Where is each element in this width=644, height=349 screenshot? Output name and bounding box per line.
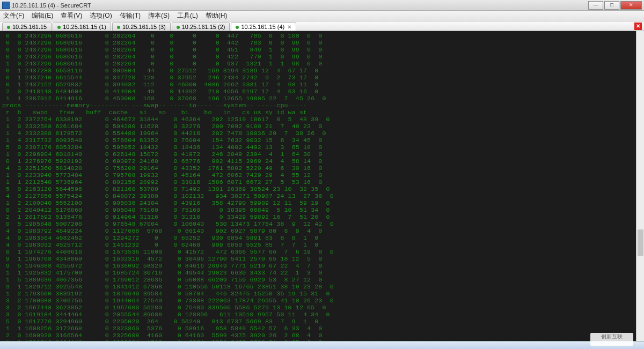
close-all-tabs-icon[interactable]: ✕ <box>634 23 642 30</box>
minimize-button[interactable]: — <box>588 1 603 10</box>
session-tab-1[interactable]: 10.25.161.15 (1) <box>53 23 111 31</box>
tab-label: 10.25.161.15 (1) <box>63 24 106 30</box>
session-tab-2[interactable]: 10.25.161.15 (3) <box>112 23 171 31</box>
tab-label: 10.25.161.15 (2) <box>182 24 225 30</box>
session-tab-0[interactable]: 10.25.161.15 <box>2 23 52 31</box>
menu-transfer[interactable]: 传输(T) <box>120 11 141 20</box>
tab-label: 10.25.161.15 (4) <box>241 24 284 30</box>
scrollbar-thumb[interactable] <box>638 229 643 256</box>
session-tab-4[interactable]: 10.25.161.15 (4)× <box>231 23 296 31</box>
menu-view[interactable]: 查看(V) <box>61 11 82 20</box>
window-title: 10.25.161.15 (4) - SecureCRT <box>12 2 587 9</box>
menu-tools[interactable]: 工具(L) <box>177 11 198 20</box>
maximize-button[interactable]: □ <box>604 1 619 10</box>
tab-label: 10.25.161.15 (3) <box>122 24 166 30</box>
app-icon <box>2 2 10 9</box>
session-tab-3[interactable]: 10.25.161.15 (2) <box>172 23 230 31</box>
menu-edit[interactable]: 编辑(E) <box>32 11 53 20</box>
window-buttons: — □ ✕ <box>587 1 642 10</box>
menu-bar: 文件(F) 编辑(E) 查看(V) 选项(O) 传输(T) 脚本(S) 工具(L… <box>0 11 644 21</box>
menu-help[interactable]: 帮助(H) <box>206 11 228 20</box>
menu-script[interactable]: 脚本(S) <box>148 11 170 20</box>
title-bar: 10.25.161.15 (4) - SecureCRT — □ ✕ <box>0 0 644 11</box>
tab-bar: 10.25.161.1510.25.161.15 (1)10.25.161.15… <box>0 21 644 31</box>
menu-file[interactable]: 文件(F) <box>3 11 24 20</box>
tab-label: 10.25.161.15 <box>12 24 47 30</box>
windows-taskbar[interactable] <box>0 341 644 349</box>
tabs-container: 10.25.161.1510.25.161.15 (1)10.25.161.15… <box>2 23 297 31</box>
vertical-scrollbar[interactable] <box>636 31 644 341</box>
terminal-output: 0 0 2437296 6680616 0 282264 0 0 0 0 447… <box>0 31 644 341</box>
close-tab-icon[interactable]: × <box>288 24 291 30</box>
watermark: 创新互联 <box>590 333 633 346</box>
terminal-pane[interactable]: 0 0 2437296 6680616 0 282264 0 0 0 0 447… <box>0 31 644 341</box>
menu-options[interactable]: 选项(O) <box>90 11 112 20</box>
status-dot-icon <box>177 26 180 29</box>
status-dot-icon <box>236 26 239 29</box>
status-dot-icon <box>117 26 120 29</box>
status-dot-icon <box>57 26 61 29</box>
status-dot-icon <box>7 26 10 29</box>
close-button[interactable]: ✕ <box>620 1 642 10</box>
